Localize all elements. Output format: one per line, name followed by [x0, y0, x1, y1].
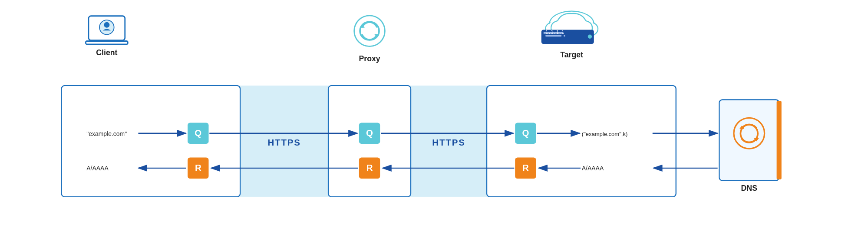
- svg-rect-15: [541, 30, 594, 44]
- svg-marker-41: [739, 126, 744, 129]
- svg-rect-17: [545, 35, 561, 37]
- svg-rect-18: [563, 35, 565, 37]
- svg-text:("example.com",k): ("example.com",k): [581, 131, 627, 137]
- svg-rect-16: [543, 32, 564, 34]
- svg-rect-27: [776, 101, 781, 179]
- svg-marker-7: [360, 24, 364, 27]
- https-label-2: HTTPS: [432, 137, 465, 147]
- svg-text:1.1.1.1: 1.1.1.1: [545, 30, 564, 35]
- svg-marker-8: [374, 34, 379, 37]
- svg-text:A/AAAA: A/AAAA: [581, 165, 604, 172]
- svg-rect-2: [88, 16, 125, 40]
- svg-text:R: R: [522, 162, 529, 172]
- svg-point-4: [99, 20, 114, 35]
- svg-rect-3: [86, 41, 128, 44]
- svg-text:Q: Q: [522, 128, 529, 138]
- svg-point-10: [545, 21, 570, 37]
- svg-point-20: [587, 35, 591, 39]
- svg-point-9: [549, 11, 594, 37]
- svg-rect-28: [188, 123, 208, 144]
- target-label: Target: [560, 50, 583, 59]
- svg-point-14: [574, 22, 597, 36]
- svg-point-6: [354, 16, 385, 46]
- svg-rect-34: [359, 158, 380, 179]
- svg-text:R: R: [366, 162, 373, 172]
- svg-point-12: [550, 12, 593, 36]
- proxy-label: Proxy: [359, 54, 380, 63]
- svg-rect-24: [328, 86, 411, 197]
- svg-rect-26: [719, 99, 779, 180]
- svg-rect-25: [487, 86, 676, 197]
- svg-rect-22: [410, 86, 488, 197]
- svg-rect-23: [61, 86, 240, 197]
- svg-rect-38: [515, 158, 536, 179]
- dns-label: DNS: [741, 184, 757, 192]
- svg-text:R: R: [195, 162, 201, 172]
- svg-rect-21: [239, 86, 329, 197]
- https-label-1: HTTPS: [267, 137, 300, 147]
- svg-point-40: [733, 118, 764, 149]
- svg-text:A/AAAA: A/AAAA: [86, 165, 109, 172]
- svg-marker-42: [754, 138, 759, 141]
- svg-point-5: [104, 22, 109, 28]
- client-label: Client: [96, 48, 117, 57]
- svg-point-11: [574, 21, 598, 37]
- svg-text:"example.com": "example.com": [86, 130, 127, 137]
- diagram: 1.1.1.1 HTTPS HTTPS Q R Q R: [22, 9, 847, 243]
- svg-text:Q: Q: [366, 128, 373, 138]
- svg-rect-32: [359, 123, 380, 144]
- svg-text:Q: Q: [195, 128, 201, 138]
- svg-rect-30: [188, 158, 208, 179]
- svg-rect-36: [515, 123, 536, 144]
- svg-point-13: [546, 22, 568, 36]
